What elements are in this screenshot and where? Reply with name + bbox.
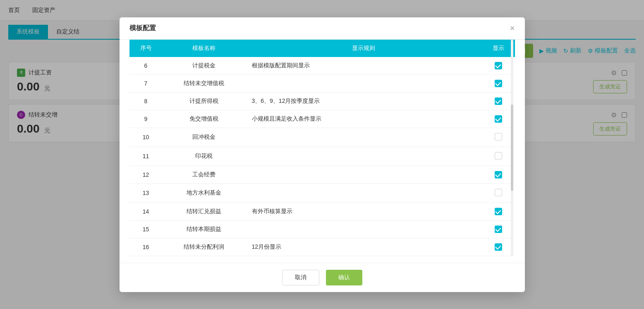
row-id: 10 <box>129 128 163 147</box>
row-checkbox-cell[interactable] <box>482 183 515 202</box>
table-row: 14结转汇兑损益有外币核算显示 <box>129 202 515 220</box>
modal-body-inner: 序号 模板名称 显示规则 显示 6计提税金根据模版配置期间显示7结转未交增值税8… <box>129 40 515 256</box>
row-checkbox-cell[interactable] <box>482 92 515 110</box>
scrollbar-thumb[interactable] <box>511 105 513 191</box>
row-rule <box>245 128 482 147</box>
row-rule <box>245 220 482 238</box>
checkbox-unchecked-10[interactable] <box>495 133 502 140</box>
modal-body[interactable]: 序号 模板名称 显示规则 显示 6计提税金根据模版配置期间显示7结转未交增值税8… <box>120 40 525 263</box>
table-row: 11印花税 <box>129 147 515 166</box>
row-name: 结转本期损益 <box>163 220 245 238</box>
checkbox-checked-12[interactable] <box>495 171 502 178</box>
row-rule <box>245 147 482 166</box>
confirm-button[interactable]: 确认 <box>326 270 362 285</box>
table-header: 序号 模板名称 显示规则 显示 <box>129 40 515 57</box>
table-row: 6计提税金根据模版配置期间显示 <box>129 57 515 75</box>
table-row: 7结转未交增值税 <box>129 74 515 92</box>
checkbox-checked-14[interactable] <box>495 208 502 215</box>
row-name: 免交增值税 <box>163 110 245 128</box>
row-name: 结转未分配利润 <box>163 238 245 256</box>
row-checkbox-cell[interactable] <box>482 147 515 166</box>
row-name: 结转汇兑损益 <box>163 202 245 220</box>
cancel-button[interactable]: 取消 <box>282 270 319 285</box>
row-rule: 小规模且满足收入条件显示 <box>245 110 482 128</box>
checkbox-checked-9[interactable] <box>495 115 502 123</box>
row-name: 计提税金 <box>163 57 245 75</box>
row-id: 8 <box>129 92 163 110</box>
config-table: 序号 模板名称 显示规则 显示 6计提税金根据模版配置期间显示7结转未交增值税8… <box>129 40 515 256</box>
row-rule <box>245 183 482 202</box>
row-rule <box>245 166 482 183</box>
checkbox-checked-7[interactable] <box>495 80 502 87</box>
row-checkbox-cell[interactable] <box>482 202 515 220</box>
table-row: 9免交增值税小规模且满足收入条件显示 <box>129 110 515 128</box>
row-checkbox-cell[interactable] <box>482 110 515 128</box>
row-id: 14 <box>129 202 163 220</box>
row-id: 15 <box>129 220 163 238</box>
row-checkbox-cell[interactable] <box>482 238 515 256</box>
row-rule: 有外币核算显示 <box>245 202 482 220</box>
checkbox-unchecked-13[interactable] <box>495 189 502 196</box>
modal-title: 模板配置 <box>129 24 156 33</box>
scrollbar-track[interactable] <box>511 40 513 256</box>
table-row: 13地方水利基金 <box>129 183 515 202</box>
row-rule: 3、6、9、12月按季度显示 <box>245 92 482 110</box>
row-checkbox-cell[interactable] <box>482 57 515 75</box>
row-checkbox-cell[interactable] <box>482 128 515 147</box>
row-checkbox-cell[interactable] <box>482 166 515 183</box>
table-row: 10回冲税金 <box>129 128 515 147</box>
checkbox-checked-16[interactable] <box>495 243 502 251</box>
modal-overlay: 模板配置 × 序号 模板名称 显示规则 显示 6计提税金根据模版配置期间显示7结… <box>0 0 644 309</box>
row-rule <box>245 74 482 92</box>
row-name: 结转未交增值税 <box>163 74 245 92</box>
row-name: 计提所得税 <box>163 92 245 110</box>
row-checkbox-cell[interactable] <box>482 220 515 238</box>
modal-template-config: 模板配置 × 序号 模板名称 显示规则 显示 6计提税金根据模版配置期间显示7结… <box>120 17 525 292</box>
row-rule: 12月份显示 <box>245 238 482 256</box>
row-id: 12 <box>129 166 163 183</box>
row-id: 7 <box>129 74 163 92</box>
row-checkbox-cell[interactable] <box>482 74 515 92</box>
row-name: 回冲税金 <box>163 128 245 147</box>
checkbox-checked-6[interactable] <box>495 62 502 69</box>
checkbox-checked-8[interactable] <box>495 97 502 105</box>
row-id: 16 <box>129 238 163 256</box>
col-name: 模板名称 <box>163 40 245 57</box>
table-row: 8计提所得税3、6、9、12月按季度显示 <box>129 92 515 110</box>
row-id: 9 <box>129 110 163 128</box>
table-row: 15结转本期损益 <box>129 220 515 238</box>
modal-header: 模板配置 × <box>120 17 525 40</box>
row-id: 11 <box>129 147 163 166</box>
row-name: 地方水利基金 <box>163 183 245 202</box>
row-id: 6 <box>129 57 163 75</box>
row-name: 印花税 <box>163 147 245 166</box>
close-button[interactable]: × <box>510 24 515 32</box>
checkbox-checked-15[interactable] <box>495 226 502 233</box>
row-rule: 根据模版配置期间显示 <box>245 57 482 75</box>
table-row: 12工会经费 <box>129 166 515 183</box>
col-display: 显示 <box>482 40 515 57</box>
checkbox-unchecked-11[interactable] <box>495 152 502 159</box>
col-rule: 显示规则 <box>245 40 482 57</box>
table-body: 6计提税金根据模版配置期间显示7结转未交增值税8计提所得税3、6、9、12月按季… <box>129 57 515 256</box>
row-id: 13 <box>129 183 163 202</box>
modal-footer: 取消 确认 <box>120 263 525 292</box>
table-row: 16结转未分配利润12月份显示 <box>129 238 515 256</box>
row-name: 工会经费 <box>163 166 245 183</box>
col-id: 序号 <box>129 40 163 57</box>
